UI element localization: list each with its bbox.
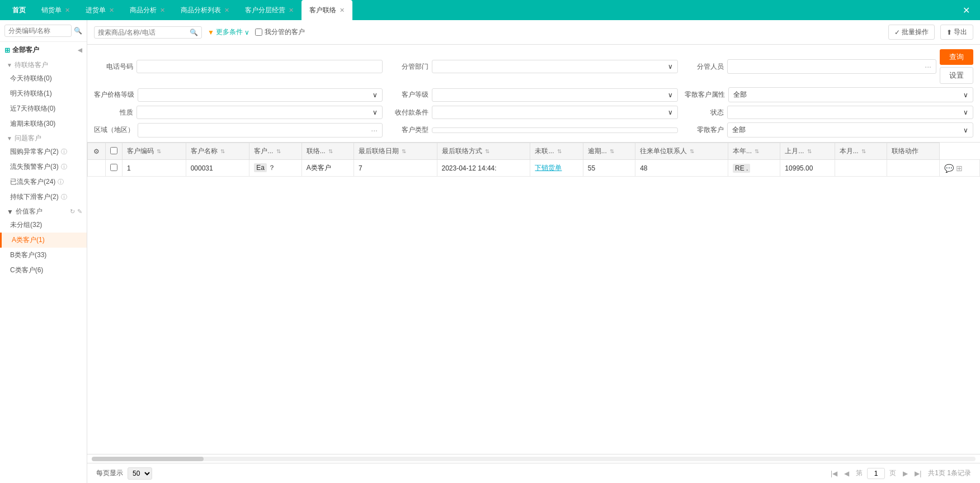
close-customer-contact-icon[interactable]: ✕ [340,0,345,20]
select-all-checkbox[interactable] [110,147,117,154]
my-customers-checkbox[interactable] [255,29,262,36]
collapse-icon[interactable]: ◀ [78,47,82,53]
group-pending-label[interactable]: ▼ 待联络客户 [0,58,87,71]
sort-this-month-icon[interactable]: ⇅ [861,148,866,154]
col-last-method: 最后联络方式 ⇅ [437,143,530,160]
setting-button[interactable]: 设置 [940,67,973,84]
batch-operation-button[interactable]: ✓ 批量操作 [888,25,935,40]
sort-last-date-icon[interactable]: ⇅ [402,148,406,154]
sidebar-search-input[interactable] [4,25,72,37]
close-sales-icon[interactable]: ✕ [65,0,70,20]
sidebar-item-tomorrow[interactable]: 明天待联络(1) [0,86,87,101]
filter-more-btn[interactable]: ▼ 更多条件 ∨ [208,27,249,37]
per-page-select[interactable]: 50 [128,467,152,480]
page-input[interactable] [867,468,885,479]
cust-type-input[interactable] [432,127,678,133]
manager-dots-icon[interactable]: ··· [925,62,931,71]
edit-icon[interactable]: ✎ [77,208,82,215]
refresh-icon[interactable]: ↻ [70,208,75,215]
window-close-icon[interactable]: ✕ [957,6,976,15]
nav-product-analysis[interactable]: 商品分析 ✕ [122,0,173,20]
close-purchase-icon[interactable]: ✕ [109,0,114,20]
col-level-label: 客户... [254,147,273,155]
col-level: 客户... ⇅ [249,143,301,160]
sidebar-item-losing[interactable]: 流失预警客户(3) ⓘ [0,159,87,174]
query-button[interactable]: 查询 [940,49,973,65]
nature-select[interactable]: ∨ [136,106,383,119]
col-this-month: 本月... ⇅ [835,143,887,160]
filter-search-icon[interactable]: 🔍 [190,29,198,36]
sidebar-item-lost[interactable]: 已流失客户(24) ⓘ [0,174,87,190]
sidebar-item-abnormal[interactable]: 囤购异常客户(2) ⓘ [0,144,87,159]
dept-select[interactable]: ∨ [432,60,678,73]
first-page-icon[interactable]: |◀ [828,468,840,479]
sidebar-item-a-class[interactable]: A类客户(1) [0,233,87,248]
abnormal-label: 囤购异常客户(2) [10,147,59,157]
payment-select[interactable]: ∨ [432,106,678,119]
last-page-icon[interactable]: ▶| [912,468,924,479]
filter-row-price-level: 客户价格等级 ∨ [94,87,383,102]
group-value-label[interactable]: ▼ 价值客户 ↻ ✎ [0,205,87,217]
nav-customer-contact[interactable]: 客户联络 ✕ [301,0,352,20]
close-product-analysis-icon[interactable]: ✕ [160,0,165,20]
nav-home[interactable]: 首页 [4,0,34,20]
sidebar-item-today[interactable]: 今天待联络(0) [0,71,87,86]
sort-contact-icon[interactable]: ⇅ [328,148,333,154]
pending-arrow-icon: ▼ [7,62,12,68]
price-level-select[interactable]: ∨ [138,88,383,102]
sort-level-icon[interactable]: ⇅ [276,148,281,154]
all-customers-header[interactable]: ⊞ 全部客户 ◀ [0,42,87,58]
horizontal-scrollbar[interactable] [87,454,980,463]
close-customer-layer-icon[interactable]: ✕ [289,0,294,20]
retail-label: 零散客户 [685,125,724,135]
scroll-thumb[interactable] [92,457,204,461]
sort-code-icon[interactable]: ⇅ [157,148,161,154]
nav-product-analysis-list[interactable]: 商品分析列表 ✕ [173,0,237,20]
sidebar-item-unclassified[interactable]: 未分组(32) [0,217,87,233]
next-page-icon[interactable]: ▶ [901,468,910,479]
advanced-filter: 电话号码 分管部门 ∨ 分管人员 ··· 查询 设置 [87,45,980,143]
retail-attr-select[interactable]: 全部 ∨ [728,87,973,102]
sort-this-year-icon[interactable]: ⇅ [755,148,759,154]
filter-row-manager: 分管人员 ··· 查询 设置 [685,49,973,84]
row-last-method[interactable]: 下销货单 [535,164,562,172]
sort-last-month-icon[interactable]: ⇅ [807,148,812,154]
sort-no-contact-icon[interactable]: ⇅ [557,148,562,154]
export-button[interactable]: ⬆ 导出 [940,25,973,40]
nav-purchase[interactable]: 进货单 ✕ [78,0,122,20]
nav-sales[interactable]: 销货单 ✕ [34,0,78,20]
cust-level-select[interactable]: ∨ [432,88,678,102]
region-input[interactable]: ··· [138,123,383,138]
phone-input[interactable] [136,60,383,73]
sidebar-search-icon[interactable]: 🔍 [74,27,82,35]
row-name-suffix: ？ [268,164,275,172]
sort-last-method-icon[interactable]: ⇅ [485,148,489,154]
sidebar-item-overdue[interactable]: 逾期未联络(30) [0,116,87,131]
sidebar-item-b-class[interactable]: B类客户(33) [0,248,87,263]
a-class-label: A类客户(1) [12,235,45,245]
prev-page-icon[interactable]: ◀ [842,468,851,479]
nav-customer-layer[interactable]: 客户分层经营 ✕ [237,0,301,20]
row-more-icon[interactable]: ⊞ [956,164,963,173]
sort-name-icon[interactable]: ⇅ [220,148,225,154]
region-dots-icon[interactable]: ··· [371,126,378,135]
retail-select[interactable]: 全部 ∨ [727,122,973,138]
status-select[interactable]: ∨ [727,106,973,119]
customer-layer-label: 客户分层经营 [245,0,285,20]
row-checkbox[interactable] [110,164,117,171]
filter-bar-right: ✓ 批量操作 ⬆ 导出 [888,25,973,40]
sidebar-item-declining[interactable]: 持续下滑客户(2) ⓘ [0,190,87,205]
row-message-icon[interactable]: 💬 [944,164,954,173]
sidebar-item-7days[interactable]: 近7天待联络(0) [0,101,87,116]
sidebar-item-c-class[interactable]: C类客户(6) [0,263,87,278]
group-problem-label[interactable]: ▼ 问题客户 [0,131,87,144]
sort-overdue-icon[interactable]: ⇅ [610,148,614,154]
sort-contact-person-icon[interactable]: ⇅ [690,148,694,154]
col-last-date: 最后联络日期 ⇅ [354,143,437,160]
gear-icon[interactable]: ⚙ [93,148,100,155]
row-last-date: 2023-04-12 14:44: [442,164,497,172]
filter-search-input[interactable] [98,29,187,36]
manager-input[interactable]: ··· [727,59,936,74]
close-product-analysis-list-icon[interactable]: ✕ [224,0,229,20]
pagination-bar: 每页显示 50 |◀ ◀ 第 页 ▶ ▶| 共1页 1条记录 [87,463,980,483]
